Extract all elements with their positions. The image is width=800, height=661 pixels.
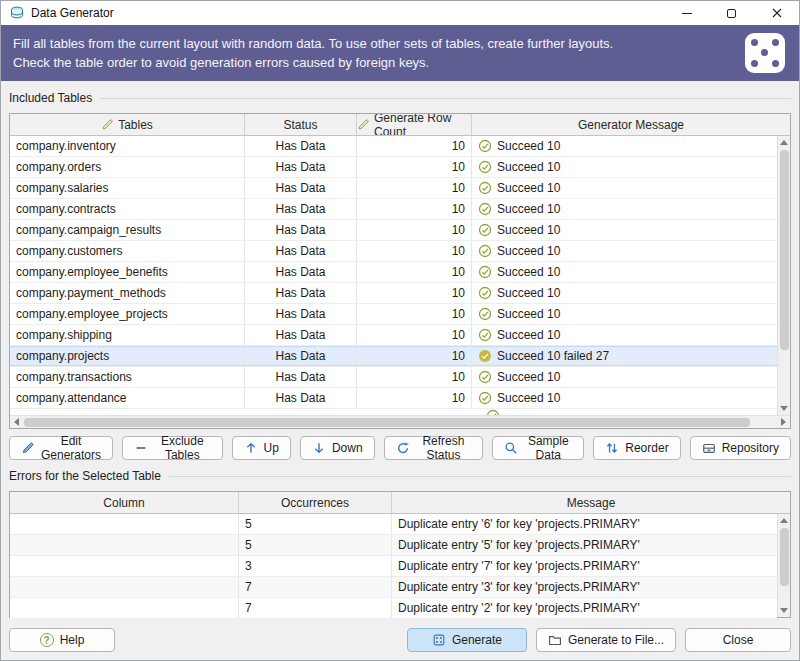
table-row[interactable]: company.attendanceHas Data10Succeed 10 bbox=[10, 388, 777, 409]
banner-line-2: Check the table order to avoid generatio… bbox=[13, 53, 613, 72]
scroll-up-arrow[interactable] bbox=[778, 136, 791, 149]
column-header-message[interactable]: Message bbox=[392, 492, 790, 513]
generator-message-cell: Succeed 10 failed 27 bbox=[472, 346, 777, 366]
status-cell: Has Data bbox=[245, 199, 357, 219]
sample-data-button[interactable]: Sample Data bbox=[492, 436, 584, 460]
table-name-cell: company.contracts bbox=[10, 199, 245, 219]
error-row[interactable]: 3Duplicate entry '7' for key 'projects.P… bbox=[10, 556, 777, 577]
errors-table: Column Occurrences Message 5Duplicate en… bbox=[9, 491, 791, 618]
table-row[interactable]: company.salariesHas Data10Succeed 10 bbox=[10, 178, 777, 199]
scrollbar-thumb[interactable] bbox=[780, 528, 789, 586]
horizontal-scrollbar[interactable] bbox=[10, 415, 790, 428]
up-button[interactable]: Up bbox=[232, 436, 291, 460]
arrow-up-icon bbox=[244, 441, 258, 455]
vertical-scrollbar[interactable] bbox=[777, 136, 790, 415]
generator-message-cell: Succeed 10 bbox=[472, 304, 777, 324]
table-name-cell: company.transactions bbox=[10, 367, 245, 387]
banner-line-1: Fill all tables from the current layout … bbox=[13, 34, 613, 53]
table-row[interactable]: company.employee_benefitsHas Data10Succe… bbox=[10, 262, 777, 283]
success-icon bbox=[478, 286, 492, 300]
edit-generators-button[interactable]: Edit Generators bbox=[9, 436, 113, 460]
table-name-cell: company.orders bbox=[10, 157, 245, 177]
repository-button[interactable]: Repository bbox=[690, 436, 791, 460]
scroll-right-arrow[interactable] bbox=[777, 416, 790, 429]
row-count-cell: 10 bbox=[357, 199, 472, 219]
status-cell: Has Data bbox=[245, 388, 357, 408]
table-row[interactable]: company.transactionsHas Data10Succeed 10 bbox=[10, 367, 777, 388]
status-cell: Has Data bbox=[245, 304, 357, 324]
included-tables-table: Tables Status Generate Row Count Generat… bbox=[9, 113, 791, 429]
error-row[interactable]: 5Duplicate entry '6' for key 'projects.P… bbox=[10, 514, 777, 535]
column-header-column[interactable]: Column bbox=[10, 492, 239, 513]
error-message-cell: Duplicate entry '5' for key 'projects.PR… bbox=[392, 535, 777, 555]
table-row[interactable]: company.employee_projectsHas Data10Succe… bbox=[10, 304, 777, 325]
reorder-button[interactable]: Reorder bbox=[593, 436, 680, 460]
column-header-tables[interactable]: Tables bbox=[10, 114, 245, 135]
minimize-button[interactable] bbox=[664, 1, 709, 25]
error-column-cell bbox=[10, 514, 239, 534]
table-row[interactable]: company.campaign_resultsHas Data10Succee… bbox=[10, 220, 777, 241]
row-count-cell: 10 bbox=[357, 367, 472, 387]
error-row[interactable]: 7Duplicate entry '2' for key 'projects.P… bbox=[10, 598, 777, 619]
table-name-cell: company.employee_benefits bbox=[10, 262, 245, 282]
column-header-row-count[interactable]: Generate Row Count bbox=[357, 114, 472, 135]
success-icon bbox=[478, 223, 492, 237]
table-row[interactable]: company.shippingHas Data10Succeed 10 bbox=[10, 325, 777, 346]
table-row[interactable]: company.customersHas Data10Succeed 10 bbox=[10, 241, 777, 262]
close-dialog-button[interactable]: Close bbox=[685, 628, 791, 652]
row-count-cell: 10 bbox=[357, 262, 472, 282]
error-row[interactable]: 7Duplicate entry '3' for key 'projects.P… bbox=[10, 577, 777, 598]
scroll-down-arrow[interactable] bbox=[778, 402, 791, 415]
row-count-cell: 10 bbox=[357, 136, 472, 156]
table-row[interactable]: company.ordersHas Data10Succeed 10 bbox=[10, 157, 777, 178]
errors-table-rows: 5Duplicate entry '6' for key 'projects.P… bbox=[10, 514, 777, 619]
table-name-cell: company.campaign_results bbox=[10, 220, 245, 240]
scrollbar-thumb[interactable] bbox=[780, 150, 789, 350]
dice-icon bbox=[432, 633, 446, 647]
included-tables-header: Tables Status Generate Row Count Generat… bbox=[10, 114, 790, 136]
scroll-up-arrow[interactable] bbox=[778, 514, 791, 527]
success-icon bbox=[478, 370, 492, 384]
table-row[interactable]: company.payment_methodsHas Data10Succeed… bbox=[10, 283, 777, 304]
success-icon bbox=[478, 265, 492, 279]
generator-message-cell: Succeed 10 bbox=[472, 136, 777, 156]
table-row[interactable]: company.inventoryHas Data10Succeed 10 bbox=[10, 136, 777, 157]
close-button[interactable] bbox=[754, 1, 799, 25]
success-icon bbox=[478, 328, 492, 342]
success-icon bbox=[478, 244, 492, 258]
error-row[interactable]: 5Duplicate entry '5' for key 'projects.P… bbox=[10, 535, 777, 556]
help-button[interactable]: ? Help bbox=[9, 628, 115, 652]
repository-icon bbox=[702, 441, 716, 455]
occurrences-cell: 5 bbox=[239, 514, 392, 534]
errors-section-label: Errors for the Selected Table bbox=[9, 469, 791, 483]
exclude-tables-button[interactable]: Exclude Tables bbox=[122, 436, 223, 460]
column-header-status[interactable]: Status bbox=[245, 114, 357, 135]
table-name-cell: company.projects bbox=[10, 346, 245, 366]
status-cell: Has Data bbox=[245, 157, 357, 177]
table-name-cell: company.inventory bbox=[10, 136, 245, 156]
table-row[interactable]: company.projectsHas Data10Succeed 10 fai… bbox=[10, 346, 777, 367]
header-banner: Fill all tables from the current layout … bbox=[1, 25, 799, 81]
scroll-left-arrow[interactable] bbox=[10, 416, 23, 429]
down-button[interactable]: Down bbox=[300, 436, 375, 460]
generator-message-cell: Succeed 10 bbox=[472, 325, 777, 345]
row-count-cell: 10 bbox=[357, 325, 472, 345]
occurrences-cell: 7 bbox=[239, 577, 392, 597]
vertical-scrollbar[interactable] bbox=[777, 514, 790, 617]
row-count-cell: 10 bbox=[357, 157, 472, 177]
generate-to-file-button[interactable]: Generate to File... bbox=[536, 628, 676, 652]
data-generator-app-icon bbox=[9, 5, 25, 21]
scrollbar-thumb[interactable] bbox=[24, 418, 750, 427]
included-tables-label: Included Tables bbox=[9, 91, 791, 105]
column-header-generator-message[interactable]: Generator Message bbox=[472, 114, 790, 135]
generate-button[interactable]: Generate bbox=[407, 628, 527, 652]
scroll-down-arrow[interactable] bbox=[778, 604, 791, 617]
error-message-cell: Duplicate entry '6' for key 'projects.PR… bbox=[392, 514, 777, 534]
success-icon bbox=[478, 160, 492, 174]
row-count-cell: 10 bbox=[357, 283, 472, 303]
column-header-occurrences[interactable]: Occurrences bbox=[239, 492, 392, 513]
refresh-status-button[interactable]: Refresh Status bbox=[384, 436, 484, 460]
table-row[interactable]: company.contractsHas Data10Succeed 10 bbox=[10, 199, 777, 220]
maximize-button[interactable] bbox=[709, 1, 754, 25]
minus-icon bbox=[134, 441, 148, 455]
